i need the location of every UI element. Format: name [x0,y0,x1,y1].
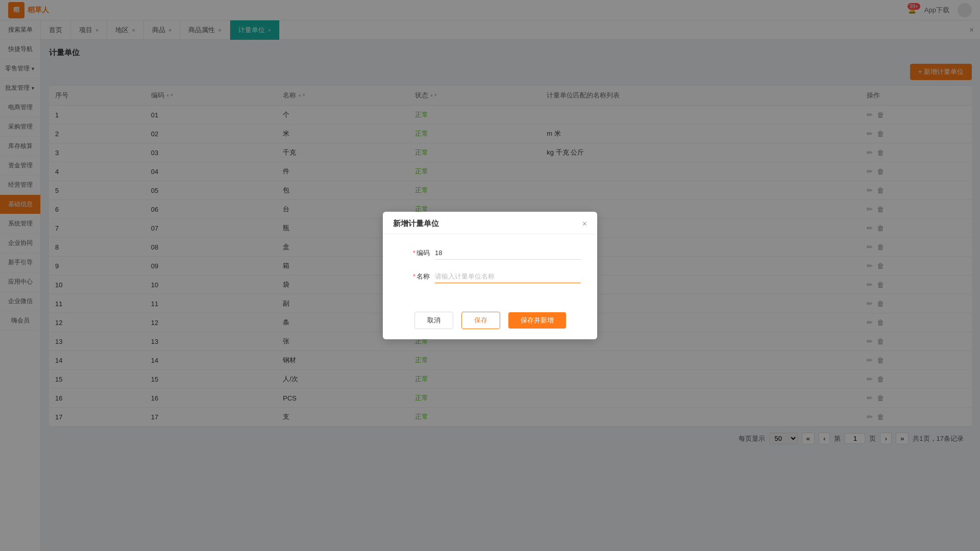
name-label: *名称 [399,272,435,281]
app-wrapper: 稻 稻草人 🔔 99+ App下载 搜索菜单 快捷导航 零售管理 ▼ 批发管理 … [0,0,980,551]
code-required-star: * [413,249,415,257]
name-required-star: * [413,272,415,280]
modal-title: 新增计量单位 [393,219,439,229]
code-label: *编码 [399,248,435,258]
modal-body: *编码 *名称 [383,234,597,306]
modal-footer: 取消 保存 保存并新增 [383,306,597,339]
modal: 新增计量单位 × *编码 *名称 取消 保存 [383,212,597,339]
form-row-name: *名称 [399,270,581,283]
modal-header: 新增计量单位 × [383,212,597,234]
cancel-button[interactable]: 取消 [414,312,453,329]
modal-overlay[interactable]: 新增计量单位 × *编码 *名称 取消 保存 [0,0,980,551]
modal-close-button[interactable]: × [582,219,587,229]
name-input[interactable] [435,270,581,283]
save-continue-button[interactable]: 保存并新增 [508,312,566,329]
code-input[interactable] [435,246,581,260]
save-button[interactable]: 保存 [461,312,500,329]
form-row-code: *编码 [399,246,581,260]
